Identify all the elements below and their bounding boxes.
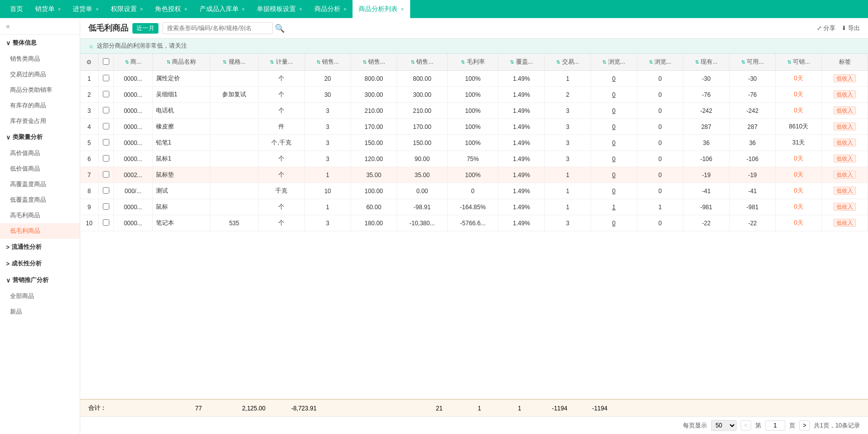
export-button[interactable]: ⬇ 导出: [841, 24, 860, 33]
sidebar-item-high-value[interactable]: 高价值商品: [0, 146, 80, 161]
close-icon[interactable]: ×: [95, 6, 98, 12]
row-select-checkbox[interactable]: [103, 171, 109, 178]
close-icon[interactable]: ×: [299, 6, 302, 12]
col-view2[interactable]: ⇅ 浏览...: [637, 54, 683, 71]
col-settings[interactable]: ⚙: [80, 54, 98, 71]
row-name[interactable]: 属性定价: [153, 71, 210, 87]
sidebar-section-marketing[interactable]: ∨ 营销推广分析: [0, 272, 80, 288]
col-view1[interactable]: ⇅ 浏览...: [591, 54, 637, 71]
sidebar-section-cluster[interactable]: ∨ 类聚量分析: [0, 129, 80, 146]
row-select-checkbox[interactable]: [103, 91, 109, 97]
close-icon[interactable]: ×: [401, 6, 404, 12]
col-spec[interactable]: ⇅ 规格...: [210, 54, 258, 71]
close-icon[interactable]: ×: [242, 6, 245, 12]
select-all-checkbox[interactable]: [103, 58, 109, 65]
row-checkbox[interactable]: [98, 215, 113, 231]
row-checkbox[interactable]: [98, 103, 113, 119]
row-view1[interactable]: 0: [591, 135, 637, 151]
col-name[interactable]: ⇅ 商品名称: [153, 54, 210, 71]
sidebar-item-high-coverage[interactable]: 高覆盖度商品: [0, 177, 80, 192]
row-name[interactable]: 电话机: [153, 103, 210, 119]
sidebar-item-high-margin[interactable]: 高毛利商品: [0, 208, 80, 223]
row-view1[interactable]: 0: [591, 119, 637, 135]
row-name[interactable]: 鼠标垫: [153, 167, 210, 183]
row-name[interactable]: 鼠标1: [153, 151, 210, 167]
row-name[interactable]: 铅笔1: [153, 135, 210, 151]
prev-page-button[interactable]: <: [741, 420, 751, 430]
sidebar-item-low-margin[interactable]: 低毛利商品: [0, 223, 80, 239]
close-icon[interactable]: ×: [58, 6, 61, 12]
close-icon[interactable]: ×: [343, 6, 346, 12]
next-page-button[interactable]: >: [799, 420, 810, 430]
row-checkbox[interactable]: [98, 151, 113, 167]
row-view1[interactable]: 0: [591, 215, 637, 231]
time-tag-button[interactable]: 近一月: [132, 23, 158, 34]
col-sales-qty[interactable]: ⇅ 销售...: [304, 54, 351, 71]
row-view1[interactable]: 0: [591, 87, 637, 103]
row-name[interactable]: 笔记本: [153, 215, 210, 231]
row-checkbox[interactable]: [98, 119, 113, 135]
nav-product-in[interactable]: 产成品入库单 ×: [194, 0, 251, 18]
nav-template[interactable]: 单据模板设置 ×: [251, 0, 308, 18]
row-view1[interactable]: 0: [591, 71, 637, 87]
sidebar-item-all-goods[interactable]: 全部商品: [0, 288, 80, 304]
row-checkbox[interactable]: [98, 167, 113, 183]
row-view1[interactable]: 1: [591, 199, 637, 215]
sidebar-section-overall[interactable]: ∨ 整体信息: [0, 35, 80, 51]
row-checkbox[interactable]: [98, 71, 113, 87]
close-icon[interactable]: ×: [184, 6, 187, 12]
col-margin[interactable]: ⇅ 毛利率: [447, 54, 498, 71]
col-checkbox[interactable]: [98, 54, 113, 71]
nav-goods-analysis[interactable]: 商品分析 ×: [308, 0, 353, 18]
sidebar-item-sales-goods[interactable]: 销售类商品: [0, 51, 80, 67]
nav-sales[interactable]: 销货单 ×: [29, 0, 67, 18]
page-size-select[interactable]: 50 100 200: [711, 420, 737, 431]
row-view1[interactable]: 0: [591, 151, 637, 167]
nav-role[interactable]: 角色授权 ×: [149, 0, 193, 18]
close-icon[interactable]: ×: [140, 6, 143, 12]
sidebar-item-category-rate[interactable]: 商品分类助销率: [0, 82, 80, 98]
row-checkbox[interactable]: [98, 183, 113, 199]
col-available[interactable]: ⇅ 可用...: [730, 54, 776, 71]
row-select-checkbox[interactable]: [103, 75, 109, 81]
sidebar-collapse-btn[interactable]: «: [4, 21, 12, 31]
nav-permission[interactable]: 权限设置 ×: [105, 0, 149, 18]
col-sales-profit[interactable]: ⇅ 销售...: [397, 54, 448, 71]
sidebar-section-growth[interactable]: > 成长性分析: [0, 255, 80, 272]
col-sales-amount[interactable]: ⇅ 销售...: [351, 54, 397, 71]
row-select-checkbox[interactable]: [103, 107, 109, 113]
search-button[interactable]: 🔍: [275, 24, 285, 33]
row-view1[interactable]: 0: [591, 167, 637, 183]
col-unit[interactable]: ⇅ 计量...: [258, 54, 304, 71]
col-trade[interactable]: ⇅ 交易...: [545, 54, 591, 71]
sidebar-item-new-goods[interactable]: 新品: [0, 304, 80, 320]
row-name[interactable]: 鼠标: [153, 199, 210, 215]
sidebar-item-stock-goods[interactable]: 有库存的商品: [0, 98, 80, 113]
col-tag[interactable]: 标签: [822, 54, 868, 71]
row-view1[interactable]: 0: [591, 183, 637, 199]
row-checkbox[interactable]: [98, 87, 113, 103]
nav-purchase[interactable]: 进货单 ×: [67, 0, 104, 18]
sidebar-item-low-coverage[interactable]: 低覆盖度商品: [0, 192, 80, 208]
share-button[interactable]: ⤢ 分享: [817, 24, 835, 33]
nav-goods-list[interactable]: 商品分析列表 ×: [353, 0, 410, 18]
row-select-checkbox[interactable]: [103, 139, 109, 146]
sidebar-section-flow[interactable]: > 流通性分析: [0, 239, 80, 255]
sidebar-item-traded-goods[interactable]: 交易过的商品: [0, 67, 80, 82]
page-number-input[interactable]: [765, 420, 785, 430]
row-checkbox[interactable]: [98, 135, 113, 151]
col-stock[interactable]: ⇅ 现有...: [683, 54, 729, 71]
col-code[interactable]: ⇅ 商...: [113, 54, 153, 71]
row-select-checkbox[interactable]: [103, 123, 109, 129]
row-name[interactable]: 吴细细1: [153, 87, 210, 103]
row-select-checkbox[interactable]: [103, 203, 109, 210]
col-coverage[interactable]: ⇅ 覆盖...: [498, 54, 545, 71]
row-select-checkbox[interactable]: [103, 187, 109, 194]
nav-home[interactable]: 首页: [4, 0, 29, 18]
row-select-checkbox[interactable]: [103, 155, 109, 162]
row-name[interactable]: 橡皮擦: [153, 119, 210, 135]
sidebar-item-low-value[interactable]: 低价值商品: [0, 161, 80, 177]
row-checkbox[interactable]: [98, 199, 113, 215]
col-sellable[interactable]: ⇅ 可销...: [776, 54, 822, 71]
row-select-checkbox[interactable]: [103, 219, 109, 226]
